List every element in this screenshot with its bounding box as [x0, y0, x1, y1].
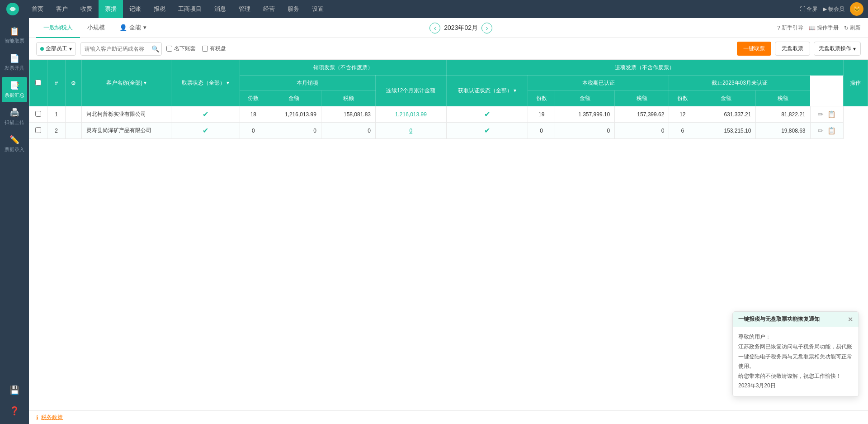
- refresh-btn[interactable]: ↻ 刷新: [844, 24, 861, 32]
- user-avatar[interactable]: 🐱: [850, 2, 863, 16]
- nav-home[interactable]: 首页: [25, 0, 50, 18]
- no-disk-ops-btn[interactable]: 无盘取票操作 ▾: [814, 42, 861, 56]
- fullscreen-icon: ⛶: [800, 6, 805, 12]
- row-checkbox-0[interactable]: [35, 111, 41, 117]
- next-month-btn[interactable]: ›: [481, 23, 492, 33]
- smart-ticket-icon: 📋: [9, 26, 19, 36]
- row-purchase-current-amount-1: 0: [555, 123, 615, 139]
- logo: [5, 1, 21, 17]
- employee-select[interactable]: 全部员工 ▾: [36, 42, 76, 56]
- info-icon: ℹ: [36, 414, 38, 421]
- th-purchase-deadline-tax: 税额: [756, 91, 810, 106]
- prev-month-btn[interactable]: ‹: [429, 23, 440, 33]
- nav-items: 首页 客户 收费 票据 记账 报税 工商项目 消息 管理 经营 服务 设置: [25, 0, 800, 18]
- dropdown-icon: ▾: [69, 46, 72, 52]
- member-btn[interactable]: ▶ 畅会员: [823, 5, 844, 13]
- sidebar-item-invoice-summary[interactable]: 📑 票据汇总: [2, 77, 27, 102]
- help-icon: ❓: [9, 406, 19, 416]
- th-purchase-current: 本税期已认证: [528, 76, 669, 91]
- nav-bookkeep[interactable]: 记账: [123, 0, 147, 18]
- date-nav: ‹ 2023年02月 ›: [429, 23, 492, 33]
- nav-service[interactable]: 服务: [281, 0, 306, 18]
- sidebar-item-scan-upload[interactable]: 🖨️ 扫描上传: [2, 104, 27, 129]
- popup-header: 一键报税与无盘取票功能恢复通知 ✕: [733, 312, 859, 327]
- chevron-down-icon: ▾: [143, 24, 146, 31]
- filter-icon[interactable]: ▾: [144, 80, 146, 86]
- nav-customer[interactable]: 客户: [50, 0, 74, 18]
- tab-all[interactable]: 👤 全能 ▾: [112, 18, 154, 38]
- current-date: 2023年02月: [444, 24, 478, 32]
- th-customer: 客户名称(全部) ▾: [82, 60, 171, 106]
- nav-message[interactable]: 消息: [208, 0, 232, 18]
- nav-invoice[interactable]: 票据: [99, 0, 123, 18]
- edit-icon-1[interactable]: ✏: [818, 127, 824, 135]
- popup-body: 尊敬的用户：江苏政务网已恢复访问电子税务局功能，易代账一键登陆电子税务局与无盘取…: [733, 327, 859, 396]
- detail-icon-1[interactable]: 📋: [827, 127, 836, 135]
- purchase-status-filter[interactable]: ▾: [514, 87, 516, 94]
- row-sales-amount-0: 1,216,013.99: [267, 106, 321, 123]
- row-purchase-current-tax-1: 0: [615, 123, 669, 139]
- guide-btn[interactable]: ? 新手引导: [777, 24, 803, 32]
- check-tax-disk-label[interactable]: 有税盘: [202, 45, 226, 52]
- sidebar-help[interactable]: ❓: [2, 402, 27, 419]
- sidebar-download[interactable]: 💾: [2, 381, 27, 399]
- row-sales-tax-1: 0: [321, 123, 375, 139]
- select-all-checkbox[interactable]: [35, 80, 41, 86]
- nav-manage[interactable]: 管理: [232, 0, 257, 18]
- popup-close-btn[interactable]: ✕: [848, 316, 853, 323]
- row-customer-0: 河北柯普栎实业有限公司: [82, 106, 171, 123]
- table-row: 1 河北柯普栎实业有限公司 ✔ 18 1,216,013.99 158,081.…: [29, 106, 868, 123]
- row-purchase-current-count-0: 19: [528, 106, 555, 123]
- row-checkbox-1[interactable]: [35, 127, 41, 133]
- row-sales-count-0: 18: [240, 106, 267, 123]
- invoice-table: # ⚙ 客户名称(全部) ▾ 取票状态（全部） ▾ 销项发票（不含作废票）: [29, 60, 868, 139]
- nav-settings[interactable]: 设置: [306, 0, 330, 18]
- tabs-bar: 一般纳税人 小规模 👤 全能 ▾ ‹ 2023年02月 › ? 新手引导: [29, 18, 868, 38]
- row-settings-0: [66, 106, 82, 123]
- sidebar-item-invoice-entry[interactable]: ✏️ 票据录入: [2, 131, 27, 157]
- tax-policy-link[interactable]: 税务政策: [41, 414, 63, 421]
- check-tax-disk[interactable]: [202, 46, 208, 52]
- settings-icon[interactable]: ⚙: [71, 80, 76, 86]
- status-filter-icon[interactable]: ▾: [226, 80, 229, 86]
- nav-tax[interactable]: 报税: [147, 0, 172, 18]
- check-my-accounts[interactable]: [166, 46, 172, 52]
- th-purchase-group: 进项发票（不含作废票）: [446, 60, 843, 76]
- row-check-0[interactable]: [29, 106, 47, 123]
- one-click-ticket-btn[interactable]: 一键取票: [737, 42, 771, 56]
- manual-btn[interactable]: 📖 操作手册: [809, 24, 839, 32]
- nav-charge[interactable]: 收费: [74, 0, 99, 18]
- fullscreen-btn[interactable]: ⛶ 全屏: [800, 5, 817, 13]
- search-input[interactable]: [80, 42, 162, 56]
- bottom-bar: ℹ 税务政策: [29, 410, 868, 424]
- popup-content: 尊敬的用户：江苏政务网已恢复访问电子税务局功能，易代账一键登陆电子税务局与无盘取…: [738, 332, 853, 391]
- filter-checkboxes: 名下账套 有税盘: [166, 45, 226, 52]
- row-check-1[interactable]: [29, 123, 47, 139]
- ops-dropdown-icon: ▾: [853, 46, 856, 52]
- row-purchase-deadline-tax-1: 19,808.63: [756, 123, 810, 139]
- toolbar: 全部员工 ▾ 🔍 名下账套 有税盘 一键取票 无盘取票: [29, 38, 868, 60]
- row-customer-1: 灵寿县尚泽矿产品有限公司: [82, 123, 171, 139]
- sidebar-bottom: 💾 ❓: [2, 381, 27, 419]
- no-disk-ticket-btn[interactable]: 无盘取票: [775, 42, 810, 56]
- tab-general-taxpayer[interactable]: 一般纳税人: [36, 18, 80, 38]
- search-icon[interactable]: 🔍: [151, 45, 159, 52]
- sidebar-item-smart-ticket[interactable]: 📋 智能取票: [2, 23, 27, 48]
- tab-small-scale[interactable]: 小规模: [80, 18, 112, 38]
- row-purchase-deadline-amount-1: 153,215.10: [696, 123, 756, 139]
- row-purchase-status-1: ✔: [446, 123, 528, 139]
- nav-right: ⛶ 全屏 ▶ 畅会员 🐱: [800, 2, 863, 16]
- th-purchase-current-tax: 税额: [615, 91, 669, 106]
- nav-operate[interactable]: 经营: [257, 0, 281, 18]
- row-num-1: 2: [47, 123, 66, 139]
- detail-icon-0[interactable]: 📋: [827, 110, 836, 119]
- th-check: [29, 60, 47, 106]
- row-purchase-deadline-tax-0: 81,822.21: [756, 106, 810, 123]
- scan-upload-icon: 🖨️: [9, 108, 19, 118]
- row-action-0: ✏ 📋: [810, 106, 843, 123]
- nav-business[interactable]: 工商项目: [172, 0, 208, 18]
- check-my-accounts-label[interactable]: 名下账套: [166, 45, 196, 52]
- edit-icon-0[interactable]: ✏: [818, 110, 824, 119]
- sidebar-item-issue-invoice[interactable]: 📄 发票开具: [2, 50, 27, 75]
- download-icon: 💾: [9, 385, 19, 395]
